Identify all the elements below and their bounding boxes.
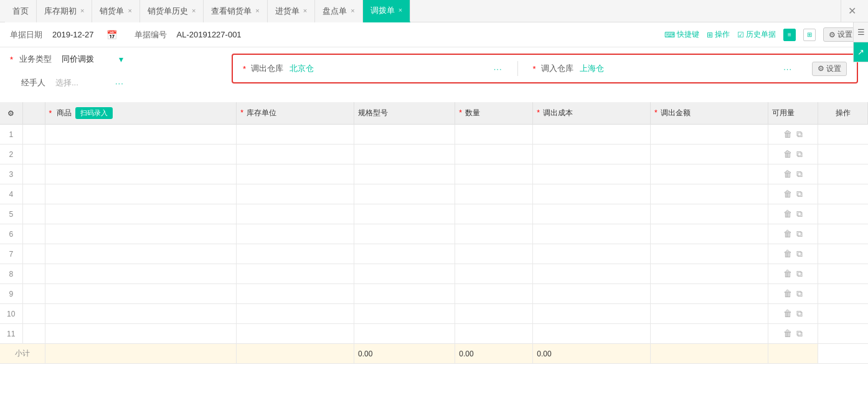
row-unit-8[interactable]	[45, 264, 237, 284]
row-product-1[interactable]	[22, 125, 45, 145]
row-unit-2[interactable]	[45, 145, 237, 164]
row-available-2[interactable]	[651, 145, 768, 164]
right-panel-export-btn[interactable]: ↗	[854, 42, 869, 62]
delete-icon[interactable]: 🗑	[783, 328, 792, 338]
row-amount-11[interactable]	[533, 324, 651, 344]
row-product-8[interactable]	[22, 264, 45, 284]
row-unit-7[interactable]	[45, 244, 237, 264]
col-settings[interactable]: ⚙	[0, 102, 22, 125]
row-qty-6[interactable]	[354, 224, 455, 244]
tab-close-inventory[interactable]: ×	[351, 7, 354, 14]
row-qty-4[interactable]	[354, 184, 455, 204]
row-available-8[interactable]	[651, 264, 768, 284]
row-cost-6[interactable]	[455, 224, 533, 244]
out-warehouse-more-btn[interactable]: ···	[494, 64, 502, 74]
row-available-4[interactable]	[651, 184, 768, 204]
delete-icon-3[interactable]: 🗑	[783, 169, 792, 179]
row-qty-1[interactable]	[354, 125, 455, 145]
row-spec-6[interactable]	[237, 224, 354, 244]
copy-icon-1[interactable]: ⧉	[796, 129, 803, 139]
row-product-4[interactable]	[22, 184, 45, 204]
row-spec-11[interactable]	[237, 324, 354, 344]
row-unit-6[interactable]	[45, 224, 237, 244]
tab-close-stock-init[interactable]: ×	[80, 7, 84, 14]
copy-icon-2[interactable]: ⧉	[796, 149, 803, 159]
tab-purchase[interactable]: 进货单×	[268, 0, 315, 22]
row-cost-7[interactable]	[455, 244, 533, 264]
history-action[interactable]: ☑ 历史单据	[737, 29, 776, 40]
row-available-9[interactable]	[651, 284, 768, 304]
layout-list-btn[interactable]: ≡	[783, 29, 796, 41]
row-product-7[interactable]	[22, 244, 45, 264]
row-amount-5[interactable]	[533, 204, 651, 224]
row-spec-1[interactable]	[237, 125, 354, 145]
handler-more-btn[interactable]: ···	[115, 79, 124, 88]
copy-icon-7[interactable]: ⧉	[796, 249, 803, 259]
row-unit-5[interactable]	[45, 204, 237, 224]
tab-home[interactable]: 首页	[5, 0, 37, 22]
delete-icon-7[interactable]: 🗑	[783, 249, 792, 259]
row-available-10[interactable]	[651, 304, 768, 324]
row-qty-11[interactable]	[354, 324, 455, 344]
tab-sales-order[interactable]: 销货单×	[92, 0, 139, 22]
delete-icon-9[interactable]: 🗑	[783, 288, 792, 298]
row-cost-11[interactable]	[455, 324, 533, 344]
row-available-6[interactable]	[651, 224, 768, 244]
row-spec-4[interactable]	[237, 184, 354, 204]
copy-icon-10[interactable]: ⧉	[796, 308, 803, 318]
row-amount-1[interactable]	[533, 125, 651, 145]
row-available-11[interactable]	[651, 324, 768, 344]
row-spec-8[interactable]	[237, 264, 354, 284]
tab-inventory[interactable]: 盘点单×	[315, 0, 362, 22]
row-available-7[interactable]	[651, 244, 768, 264]
copy-icon-5[interactable]: ⧉	[796, 209, 803, 219]
row-product-10[interactable]	[22, 304, 45, 324]
row-qty-2[interactable]	[354, 145, 455, 164]
row-unit-4[interactable]	[45, 184, 237, 204]
delete-icon-8[interactable]: 🗑	[783, 269, 792, 278]
row-spec-7[interactable]	[237, 244, 354, 264]
window-close-button[interactable]: ✕	[841, 0, 863, 22]
scan-btn[interactable]: 扫码录入	[75, 107, 113, 119]
row-product-11[interactable]	[22, 324, 45, 344]
copy-icon[interactable]: ⧉	[796, 328, 803, 338]
row-cost-8[interactable]	[455, 264, 533, 284]
tab-close-purchase[interactable]: ×	[303, 7, 307, 14]
row-qty-5[interactable]	[354, 204, 455, 224]
row-product-5[interactable]	[22, 204, 45, 224]
row-cost-3[interactable]	[455, 164, 533, 184]
row-amount-9[interactable]	[533, 284, 651, 304]
copy-icon-4[interactable]: ⧉	[796, 189, 803, 199]
delete-icon-6[interactable]: 🗑	[783, 229, 792, 239]
copy-icon-9[interactable]: ⧉	[796, 288, 803, 298]
handler-value[interactable]: 选择...	[55, 77, 105, 88]
row-unit-11[interactable]	[45, 324, 237, 344]
row-unit-10[interactable]	[45, 304, 237, 324]
tab-transfer[interactable]: 调拨单×	[363, 0, 410, 22]
row-unit-1[interactable]	[45, 125, 237, 145]
row-amount-8[interactable]	[533, 264, 651, 284]
in-warehouse-more-btn[interactable]: ···	[783, 64, 792, 74]
row-product-3[interactable]	[22, 164, 45, 184]
row-available-5[interactable]	[651, 204, 768, 224]
row-qty-9[interactable]	[354, 284, 455, 304]
layout-grid-btn[interactable]: ⊞	[803, 29, 816, 41]
row-cost-1[interactable]	[455, 125, 533, 145]
tab-close-view-sales[interactable]: ×	[255, 7, 259, 14]
delete-icon-2[interactable]: 🗑	[783, 149, 792, 159]
copy-icon-3[interactable]: ⧉	[796, 169, 803, 179]
row-amount-4[interactable]	[533, 184, 651, 204]
row-spec-5[interactable]	[237, 204, 354, 224]
row-unit-3[interactable]	[45, 164, 237, 184]
delete-icon-5[interactable]: 🗑	[783, 209, 792, 219]
row-cost-5[interactable]	[455, 204, 533, 224]
row-product-6[interactable]	[22, 224, 45, 244]
row-spec-10[interactable]	[237, 304, 354, 324]
row-amount-6[interactable]	[533, 224, 651, 244]
row-qty-10[interactable]	[354, 304, 455, 324]
tab-close-transfer[interactable]: ×	[399, 7, 402, 14]
row-amount-10[interactable]	[533, 304, 651, 324]
row-cost-2[interactable]	[455, 145, 533, 164]
row-spec-9[interactable]	[237, 284, 354, 304]
row-available-1[interactable]	[651, 125, 768, 145]
